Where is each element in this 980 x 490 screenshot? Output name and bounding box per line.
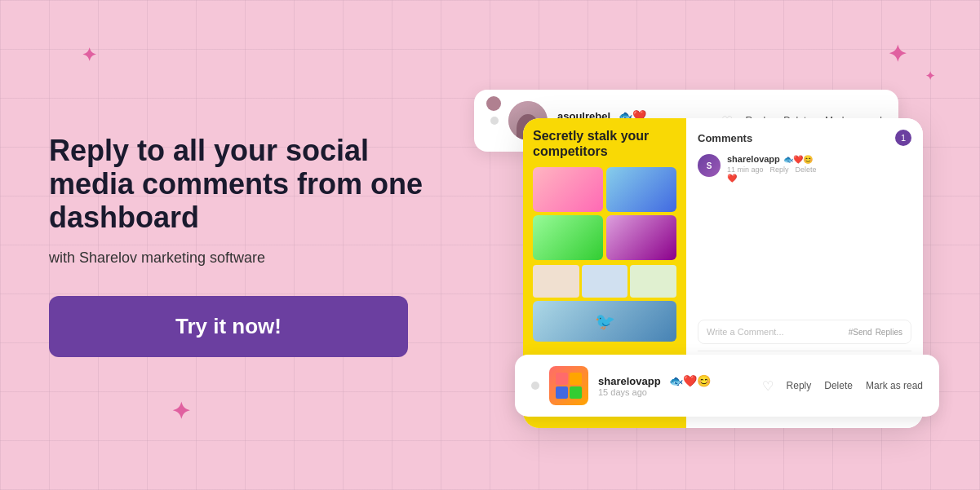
post-image-2: [606, 167, 676, 212]
comment-emojis: 🐟❤️😊: [783, 155, 813, 164]
post-title: Secretly stalk your competitors: [533, 128, 676, 159]
post-image-5: [533, 265, 579, 298]
bottom-notif-delete-btn[interactable]: Delete: [824, 380, 853, 391]
post-image-4: [606, 215, 676, 260]
sparkle-icon-bl: ✦: [171, 398, 190, 425]
comment-delete-link[interactable]: Delete: [796, 166, 817, 174]
comments-header: Comments 1: [698, 130, 911, 146]
comment-avatar: S: [698, 154, 721, 177]
right-panel: asoulrebel 🐟❤️ 20 days ago ♡ Reply Delet…: [441, 0, 980, 490]
comment-time: 11 min ago: [727, 166, 764, 174]
left-panel: Reply to all your social media comments …: [49, 133, 441, 356]
subtitle: with Sharelov marketing software: [49, 249, 441, 267]
post-image-7: [630, 265, 676, 298]
bottom-notif-actions: ♡ Reply Delete Mark as read: [762, 378, 923, 394]
bottom-notif-dot: [531, 382, 539, 390]
comments-count: 1: [895, 130, 911, 146]
comment-username: sharelovapp: [727, 154, 780, 164]
comment-input-area[interactable]: Write a Comment... #Send Replies: [698, 320, 911, 344]
bottom-notif-info: sharelovapp 🐟❤️😊 15 days ago: [598, 374, 752, 397]
post-images-grid2: [533, 265, 676, 298]
bottom-notif-username: sharelovapp: [598, 375, 661, 387]
comments-title: Comments: [698, 132, 752, 144]
bottom-notif-like-icon[interactable]: ♡: [762, 378, 774, 394]
comment-item: S sharelovapp 🐟❤️😊 11 min ago Reply Dele…: [698, 154, 911, 183]
send-button[interactable]: #Send: [849, 328, 872, 337]
bottom-notif-time: 15 days ago: [598, 387, 752, 397]
post-image-6: [582, 265, 628, 298]
comment-content: sharelovapp 🐟❤️😊 11 min ago Reply Delete…: [727, 154, 817, 183]
comment-input-actions: #Send Replies: [849, 328, 902, 337]
post-image-1: [533, 167, 603, 212]
cta-button[interactable]: Try it now!: [49, 296, 408, 357]
replies-button[interactable]: Replies: [876, 328, 902, 337]
comment-input[interactable]: Write a Comment...: [707, 327, 842, 337]
bottom-notif-mark-btn[interactable]: Mark as read: [866, 380, 923, 391]
headline: Reply to all your social media comments …: [49, 133, 441, 234]
bottom-notification-card: sharelovapp 🐟❤️😊 15 days ago ♡ Reply Del…: [515, 355, 939, 417]
sparkle-icon-tl: ✦: [82, 45, 96, 66]
post-image-3: [533, 215, 603, 260]
bottom-notif-emojis: 🐟❤️😊: [669, 374, 711, 387]
post-images-grid: [533, 167, 676, 260]
comment-meta: 11 min ago Reply Delete: [727, 166, 817, 174]
comment-reaction: ❤️: [727, 174, 817, 183]
bottom-notif-reply-btn[interactable]: Reply: [787, 380, 812, 391]
comment-reply-link[interactable]: Reply: [770, 166, 789, 174]
bottom-notif-avatar: [549, 366, 588, 405]
notif-dot: [490, 117, 499, 125]
post-bottom-image: 🐦: [533, 301, 676, 342]
